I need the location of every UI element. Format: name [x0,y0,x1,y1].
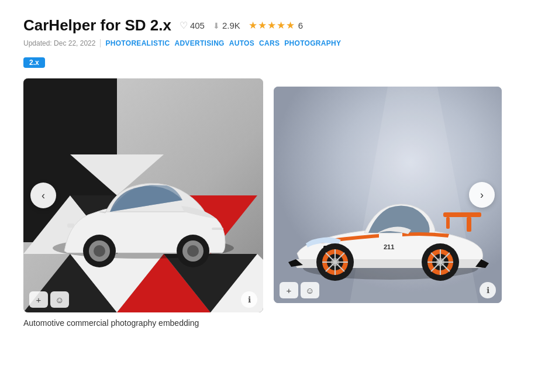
emoji-button-right[interactable]: ☺ [301,282,319,298]
svg-point-16 [94,245,105,257]
plus-icon-right: + [287,286,292,295]
svg-rect-20 [67,223,74,228]
right-car-svg: 211 [274,87,502,303]
downloads-count: 2.9K [222,20,240,30]
left-action-btns: + ☺ [29,291,69,308]
version-badge: 2.x [23,57,45,68]
likes-group: ♡ 405 [180,20,205,31]
add-button-right[interactable]: + [280,282,298,298]
right-image-bottom-bar: + ☺ ℹ [274,277,502,303]
emoji-icon-right: ☺ [305,286,314,295]
svg-rect-26 [446,217,450,229]
image-caption: Automotive commercial photography embedd… [23,318,263,328]
next-icon: › [480,189,484,201]
stars: ★ ★ ★ ★ ★ [249,19,295,32]
images-section: ‹ + ☺ ℹ Automotive commercial photograph… [23,78,515,328]
tag-autos[interactable]: AUTOS [229,39,254,47]
tag-divider [100,39,101,47]
tag-photography[interactable]: PHOTOGRAPHY [284,39,341,47]
likes-count: 405 [190,20,205,30]
info-button-right[interactable]: ℹ [480,282,496,298]
download-icon: ⬇ [213,21,220,30]
prev-arrow[interactable]: ‹ [30,183,56,208]
tags-row: Updated: Dec 22, 2022 PHOTOREALISTIC ADV… [23,39,515,47]
svg-point-19 [187,245,199,257]
next-arrow[interactable]: › [469,182,495,208]
svg-rect-24 [443,212,481,217]
star-4: ★ [277,19,285,32]
star-3: ★ [267,19,276,32]
updated-label: Updated: Dec 22, 2022 [23,39,95,47]
add-button-left[interactable]: + [29,291,48,308]
right-action-btns: + ☺ [280,282,319,298]
tag-cars[interactable]: CARS [259,39,280,47]
svg-text:211: 211 [384,243,394,250]
left-image-bottom-bar: + ☺ ℹ [23,287,263,312]
tag-photorealistic[interactable]: PHOTOREALISTIC [105,39,170,47]
heart-icon: ♡ [180,20,188,31]
plus-icon-left: + [36,295,42,305]
rating-group: ★ ★ ★ ★ ★ 6 [249,19,303,32]
emoji-icon-left: ☺ [55,295,64,305]
svg-rect-21 [212,228,223,230]
info-button-left[interactable]: ℹ [241,291,257,308]
star-5: ★ [286,19,295,32]
downloads-group: ⬇ 2.9K [213,20,240,30]
info-icon-right: ℹ [487,286,489,295]
tag-advertising[interactable]: ADVERTISING [174,39,224,47]
emoji-button-left[interactable]: ☺ [50,291,69,308]
star-2: ★ [258,19,267,32]
page-title: CarHelper for SD 2.x [23,16,171,35]
left-car-svg [23,78,263,312]
rating-count: 6 [298,20,303,30]
image-card-left: ‹ + ☺ ℹ [23,78,263,312]
prev-icon: ‹ [42,190,45,202]
star-1: ★ [249,19,257,32]
info-icon-left: ℹ [248,295,251,304]
svg-rect-25 [467,217,471,232]
image-card-right: 211 › + ☺ ℹ [274,87,502,303]
